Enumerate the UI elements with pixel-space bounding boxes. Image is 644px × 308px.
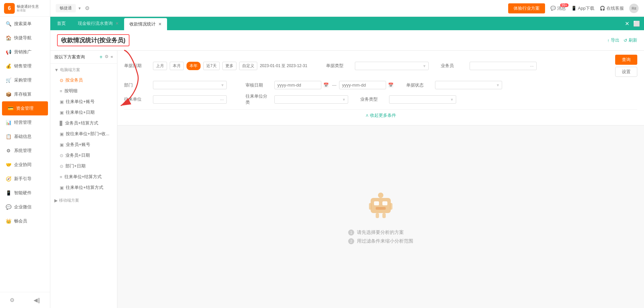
sidebar-item-system[interactable]: ⚙ 系统管理	[0, 144, 50, 158]
promo-button[interactable]: 体验行业方案	[508, 3, 545, 13]
empty-robot-icon	[364, 188, 397, 221]
message-icon-item[interactable]: 💬 消息 99+	[550, 5, 566, 11]
dept-select[interactable]: ▾	[153, 81, 227, 89]
scheme-item-salesperson-date[interactable]: ⊙ 业务员+日期	[50, 150, 117, 161]
online-service-item[interactable]: 🎧 在线客服	[600, 5, 624, 11]
filter-row-2: 部门 ▾ 审核日期 📅 — 📅 单据状	[124, 81, 637, 89]
scheme-item-by-salesperson[interactable]: ⊙ 按业务员	[50, 75, 117, 86]
biz-type-select[interactable]: ▾	[389, 95, 456, 104]
calendar-to-icon[interactable]: 📅	[388, 83, 393, 88]
scheme-item-dept-date[interactable]: ⊙ 部门+日期	[50, 161, 117, 171]
bill-type-select[interactable]: ▾	[355, 62, 429, 70]
chevron-down-icon[interactable]: ▾	[78, 6, 81, 11]
audit-date-label: 审核日期	[246, 82, 269, 88]
app-download-item[interactable]: 📱 App下载	[571, 5, 594, 11]
inventory-icon: 📦	[5, 92, 11, 97]
tab-receipt-close[interactable]: ✕	[158, 22, 162, 27]
partner-select[interactable]: ···	[153, 95, 227, 104]
date-btn-custom[interactable]: 自定义	[239, 62, 257, 70]
message-icon: 💬	[550, 6, 556, 11]
sidebar-item-purchase[interactable]: 🛒 采购管理	[0, 73, 50, 87]
purchase-icon: 🛒	[5, 78, 11, 83]
salesperson-select[interactable]: ···	[470, 62, 537, 70]
sidebar-item-hardware[interactable]: 📱 智能硬件	[0, 186, 50, 200]
date-btn-7days[interactable]: 近7天	[203, 62, 220, 70]
audit-date-to[interactable]	[339, 81, 386, 89]
sales-icon: 💰	[5, 63, 11, 69]
dept-label: 部门	[124, 82, 148, 88]
tab-home[interactable]: 首页	[50, 17, 72, 30]
marketing-icon: 📢	[5, 49, 11, 55]
add-scheme-icon[interactable]: +	[99, 54, 102, 60]
svg-point-8	[378, 193, 383, 198]
sidebar-item-quicknav[interactable]: 🏠 快捷导航	[0, 31, 50, 45]
maximize-window-icon[interactable]: ⬜	[633, 20, 640, 27]
breadcrumb: 畅捷通 ▾	[56, 4, 81, 12]
sidebar-item-operation[interactable]: 📊 经营管理	[0, 115, 50, 130]
left-panel-header: 按以下方案查询 + ⚙ «	[50, 51, 117, 64]
mobile-group-label: 移动端方案	[59, 198, 79, 203]
desktop-group-header[interactable]: ▼ 电脑端方案	[50, 65, 117, 75]
bill-type-chevron: ▾	[423, 63, 426, 68]
close-window-icon[interactable]: ✕	[625, 20, 629, 27]
empty-tip-1: 1 请先选择要分析的方案	[348, 228, 413, 237]
audit-date-from[interactable]	[274, 81, 321, 89]
scheme-item-partner-settlement2[interactable]: ▣ 往来单位+结算方式	[50, 182, 117, 193]
tab-bank[interactable]: 现金银行流水查询 ✕	[72, 17, 124, 30]
calendar-from-icon[interactable]: 📅	[323, 83, 329, 88]
sidebar-item-finance[interactable]: 💳 资金管理	[2, 101, 48, 115]
service-icon: 🎧	[600, 6, 605, 11]
sidebar-item-inventory[interactable]: 📦 库存核算	[0, 87, 50, 101]
scheme-item-partner-settlement1[interactable]: ≡ 往来单位+结算方式	[50, 171, 117, 182]
filter-area: 单据日期 上月 本月 本年 近7天 更多 自定义 2023-01-01 至 20…	[117, 51, 644, 125]
settings-bottom-icon[interactable]: ⚙	[8, 295, 16, 305]
sidebar-item-baseinfo[interactable]: 📋 基础信息	[0, 130, 50, 144]
empty-tips: 1 请先选择要分析的方案 2 用过滤条件来缩小分析范围	[348, 228, 413, 246]
sidebar-item-wechat[interactable]: 💬 企业微信	[0, 200, 50, 214]
salesperson-dots[interactable]: ···	[530, 63, 534, 68]
sidebar: 6 畅捷通好生意 标准版 🔍 搜索菜单 🏠 快捷导航 📢 营销推广 💰 销售管理	[0, 0, 50, 308]
scheme-item-partner-dept[interactable]: ▣ 按往来单位+部门+收...	[50, 129, 117, 139]
collapse-panel-icon[interactable]: «	[111, 54, 113, 60]
date-btn-last-month[interactable]: 上月	[153, 62, 167, 70]
sidebar-item-marketing[interactable]: 📢 营销推广	[0, 45, 50, 59]
date-btn-this-year[interactable]: 本年	[186, 62, 201, 70]
date-btn-more[interactable]: 更多	[222, 62, 236, 70]
sidebar-item-guide[interactable]: 🧭 新手引导	[0, 172, 50, 186]
collapse-filter-bar[interactable]: ∧ 收起更多条件	[124, 109, 637, 121]
system-icon: ⚙	[5, 148, 11, 153]
finance-icon: 💳	[7, 106, 13, 111]
scheme-item-by-detail[interactable]: ≡ 按明细	[50, 86, 117, 96]
clock2-icon: ⊙	[60, 164, 63, 169]
setting-button[interactable]: 设置	[615, 67, 637, 77]
audit-date-range: 📅 — 📅	[274, 81, 394, 89]
page-header: 收款情况统计(按业务员) ↑ 导出 ↺ 刷新	[50, 30, 644, 51]
sidebar-item-enterprise[interactable]: 🤝 企业协同	[0, 158, 50, 172]
mobile-group-header[interactable]: ▶ 移动端方案	[50, 196, 117, 205]
partner-category-select[interactable]: ▾	[274, 95, 348, 104]
page-title: 收款情况统计(按业务员)	[57, 34, 129, 46]
date-button-group: 上月 本月 本年 近7天 更多 自定义 2023-01-01 至 2023-12…	[153, 62, 307, 70]
query-button[interactable]: 查询	[615, 55, 637, 65]
svg-rect-6	[376, 213, 379, 218]
export-button[interactable]: ↑ 导出	[607, 37, 620, 43]
clock-icon: ⊙	[60, 153, 63, 158]
date-btn-this-month[interactable]: 本月	[170, 62, 184, 70]
sidebar-item-member[interactable]: 👑 畅会员	[0, 214, 50, 228]
scheme-settings-icon[interactable]: ⚙	[105, 54, 109, 60]
collapse-sidebar-icon[interactable]: ◀‖	[32, 295, 42, 305]
scheme-item-salesperson-account[interactable]: ▣ 业务员+账号	[50, 139, 117, 150]
bill-status-select[interactable]: ▾	[435, 81, 502, 89]
partner-dots[interactable]: ···	[220, 97, 224, 102]
refresh-button[interactable]: ↺ 刷新	[624, 37, 637, 43]
scheme-item-partner-date[interactable]: ▣ 往来单位+日期	[50, 107, 117, 118]
scheme-item-salesperson-settlement[interactable]: ▊ 业务员+结算方式	[50, 118, 117, 129]
tab-receipt[interactable]: 收款情况统计 ✕	[124, 18, 167, 30]
user-avatar[interactable]: Rit	[629, 4, 639, 13]
sidebar-item-search[interactable]: 🔍 搜索菜单	[0, 17, 50, 31]
scheme-item-partner-account[interactable]: ▣ 往来单位+账号	[50, 96, 117, 107]
left-panel-actions: + ⚙ «	[99, 54, 113, 60]
tab-bank-close[interactable]: ✕	[115, 21, 119, 26]
gear-icon[interactable]: ⚙	[85, 5, 90, 11]
sidebar-item-sales[interactable]: 💰 销售管理	[0, 59, 50, 73]
